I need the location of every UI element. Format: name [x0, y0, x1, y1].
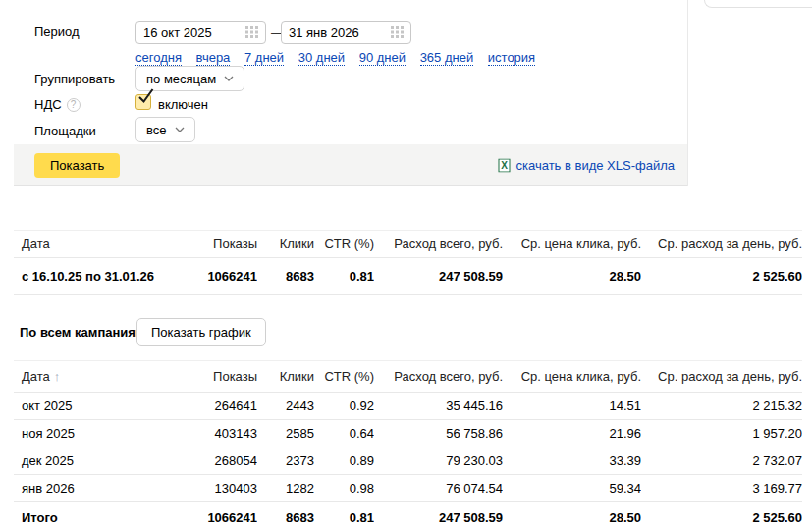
cell-avg-cpc: 59.34 [503, 475, 641, 502]
col-header-impressions: Показы [190, 361, 257, 393]
cell-impressions: 130403 [190, 475, 257, 502]
group-by-label: Группировать [34, 72, 115, 86]
col-header-ctr: CTR (%) [314, 361, 374, 393]
cell-impressions: 264641 [190, 393, 257, 420]
preset-30-days[interactable]: 30 дней [298, 50, 345, 66]
cell-clicks: 8683 [257, 258, 314, 295]
help-icon[interactable]: ? [67, 98, 81, 112]
col-header-ctr: CTR (%) [314, 231, 374, 258]
cell-ctr: 0.81 [314, 502, 374, 526]
preset-today[interactable]: сегодня [135, 50, 182, 66]
sort-asc-icon: ↑ [54, 369, 61, 384]
svg-text:X: X [501, 160, 508, 171]
cell-avg-cpc: 33.39 [503, 447, 641, 475]
total-row: Итого 1066241 8683 0.81 247 508.59 28.50… [14, 502, 802, 526]
col-header-avg-cpc: Ср. цена клика, руб. [503, 231, 641, 258]
show-button[interactable]: Показать [34, 153, 120, 178]
col-header-clicks: Клики [257, 361, 314, 393]
chevron-down-icon [224, 76, 234, 81]
col-header-cost-total: Расход всего, руб. [374, 361, 503, 393]
cell-clicks: 1282 [257, 475, 314, 502]
preset-history[interactable]: история [488, 50, 535, 66]
preset-yesterday[interactable]: вчера [196, 50, 231, 66]
cell-avg-cpc: 21.96 [503, 420, 641, 447]
summary-row: с 16.10.25 по 31.01.26 1066241 8683 0.81… [14, 258, 802, 295]
cell-cost-total: 247 508.59 [374, 502, 503, 526]
table-row: ноя 2025 403143 2585 0.64 56 758.86 21.9… [14, 420, 802, 447]
cell-cost-total: 56 758.86 [374, 420, 503, 447]
table-row: янв 2026 130403 1282 0.98 76 074.54 59.3… [14, 475, 802, 502]
cell-cost-total: 247 508.59 [374, 258, 503, 295]
cell-ctr: 0.81 [314, 258, 374, 295]
col-header-avg-cpc: Ср. цена клика, руб. [503, 361, 641, 393]
cell-avg-daily-cost: 2 525.60 [641, 258, 802, 295]
cell-avg-cpc: 28.50 [503, 258, 641, 295]
cell-date: дек 2025 [14, 447, 190, 475]
cell-avg-cpc: 28.50 [503, 502, 641, 526]
vat-checkbox-label: включен [158, 97, 208, 112]
cell-avg-daily-cost: 2 525.60 [641, 502, 802, 526]
detail-table: Дата↑ Показы Клики CTR (%) Расход всего,… [14, 360, 802, 526]
cell-ctr: 0.89 [314, 447, 374, 475]
cell-cost-total: 76 074.54 [374, 475, 503, 502]
platforms-label: Площадки [34, 124, 96, 138]
col-header-date-sortable[interactable]: Дата↑ [14, 361, 190, 393]
campaigns-title: По всем кампаниям [20, 325, 145, 340]
chevron-down-icon [175, 127, 185, 132]
calendar-icon[interactable] [245, 26, 258, 38]
col-header-avg-daily-cost: Ср. расход за день, руб. [641, 231, 802, 258]
summary-table: Дата Показы Клики CTR (%) Расход всего, … [14, 230, 802, 295]
cell-ctr: 0.92 [314, 393, 374, 420]
cell-avg-daily-cost: 1 957.20 [641, 420, 802, 447]
date-to-field[interactable] [281, 21, 411, 44]
cell-impressions: 268054 [190, 447, 257, 475]
date-from-input[interactable] [143, 26, 245, 40]
cell-ctr: 0.64 [314, 420, 374, 447]
cell-date: ноя 2025 [14, 420, 190, 447]
download-xls-link[interactable]: X скачать в виде XLS-файла [498, 158, 676, 173]
campaigns-section-head: По всем кампаниям Показать график [20, 318, 145, 346]
date-to-input[interactable] [289, 26, 391, 40]
cell-impressions: 1066241 [190, 258, 257, 295]
col-header-avg-daily-cost: Ср. расход за день, руб. [641, 361, 802, 393]
col-header-date: Дата [14, 231, 190, 258]
cell-ctr: 0.98 [314, 475, 374, 502]
period-label: Период [34, 25, 80, 39]
period-presets: сегодня вчера 7 дней 30 дней 90 дней 365… [135, 50, 546, 65]
date-from-field[interactable] [135, 21, 266, 44]
table-row: окт 2025 264641 2443 0.92 35 445.16 14.5… [14, 393, 802, 420]
preset-90-days[interactable]: 90 дней [359, 50, 406, 66]
panel-corner [704, 0, 812, 8]
vat-label: НДС? [34, 97, 81, 112]
cell-cost-total: 35 445.16 [374, 393, 503, 420]
platforms-select[interactable]: все [135, 117, 195, 142]
cell-clicks: 2585 [257, 420, 314, 447]
cell-avg-daily-cost: 2 215.32 [641, 393, 802, 420]
cell-avg-daily-cost: 2 732.07 [641, 447, 802, 475]
stats-filter-panel: Период — сегодн [14, 0, 688, 186]
cell-clicks: 8683 [257, 502, 314, 526]
col-header-impressions: Показы [190, 231, 257, 258]
preset-7-days[interactable]: 7 дней [244, 50, 284, 66]
checkmark-icon [137, 88, 155, 106]
summary-header-row: Дата Показы Клики CTR (%) Расход всего, … [14, 231, 802, 258]
cell-avg-daily-cost: 3 169.77 [641, 475, 802, 502]
cell-impressions: 1066241 [190, 502, 257, 526]
show-chart-button[interactable]: Показать график [136, 318, 266, 346]
col-header-clicks: Клики [257, 231, 314, 258]
excel-file-icon: X [498, 158, 512, 172]
cell-clicks: 2373 [257, 447, 314, 475]
cell-date: янв 2026 [14, 475, 190, 502]
preset-365-days[interactable]: 365 дней [420, 50, 474, 66]
cell-clicks: 2443 [257, 393, 314, 420]
table-row: дек 2025 268054 2373 0.89 79 230.03 33.3… [14, 447, 802, 475]
cell-cost-total: 79 230.03 [374, 447, 503, 475]
filter-actions-bar: Показать X скачать в виде XLS-файла [14, 144, 687, 186]
platforms-value: все [146, 123, 167, 137]
cell-date: с 16.10.25 по 31.01.26 [14, 258, 190, 295]
vat-checkbox[interactable] [135, 94, 151, 110]
cell-impressions: 403143 [190, 420, 257, 447]
calendar-icon[interactable] [391, 26, 404, 38]
cell-avg-cpc: 14.51 [503, 393, 641, 420]
detail-header-row: Дата↑ Показы Клики CTR (%) Расход всего,… [14, 361, 802, 393]
